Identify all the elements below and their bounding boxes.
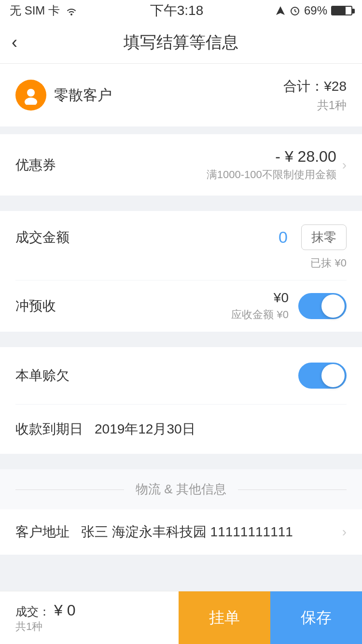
customer-total: 合计：¥28 共1种 — [283, 77, 347, 113]
credit-label: 本单赊欠 — [15, 366, 70, 385]
battery-icon — [331, 6, 352, 15]
credit-toggle[interactable] — [298, 363, 347, 389]
address-row[interactable]: 客户地址 张三 海淀永丰科技园 11111111111 › — [0, 509, 362, 555]
svg-line-2 — [295, 11, 296, 12]
battery-percent: 69% — [304, 4, 327, 17]
customer-row: 零散客户 合计：¥28 共1种 — [0, 64, 362, 126]
coupon-amount: - ¥ 28.00 — [207, 148, 336, 166]
credit-section: 本单赊欠 收款到期日 2019年12月30日 — [0, 347, 362, 454]
logistics-header: 物流 & 其他信息 — [0, 469, 362, 509]
prepayment-toggle[interactable] — [298, 293, 347, 319]
nav-bar: ‹ 填写结算等信息 — [0, 21, 362, 64]
hold-button[interactable]: 挂单 — [179, 591, 270, 644]
coupon-label: 优惠券 — [15, 156, 56, 174]
deal-amount-input[interactable] — [230, 228, 288, 247]
section-gap-1 — [0, 203, 362, 211]
save-button[interactable]: 保存 — [270, 591, 362, 644]
prepayment-row: 冲预收 ¥0 应收金额 ¥0 — [0, 280, 362, 332]
deal-amount-right: 抹零 — [230, 224, 347, 250]
customer-avatar — [15, 80, 46, 111]
content-area: 零散客户 合计：¥28 共1种 优惠券 - ¥ 28.00 满1000-100不… — [0, 64, 362, 644]
section-gap-3 — [0, 462, 362, 469]
deal-amount-row: 成交金额 抹零 — [0, 211, 362, 256]
svg-point-3 — [27, 89, 35, 97]
toggle-knob — [321, 294, 345, 318]
prepayment-values: ¥0 应收金额 ¥0 — [231, 290, 289, 322]
credit-row: 本单赊欠 — [0, 347, 362, 404]
bottom-deal-label: 成交： — [15, 604, 50, 619]
deal-amount-label: 成交金额 — [15, 228, 70, 247]
location-icon — [275, 5, 286, 16]
page-title: 填写结算等信息 — [124, 31, 238, 54]
wifi-icon — [65, 6, 78, 15]
bottom-summary: 成交： ¥ 0 共1种 — [0, 602, 179, 634]
status-right: 69% — [275, 4, 352, 17]
deal-amount-section: 成交金额 抹零 已抹 ¥0 冲预收 ¥0 应收金额 ¥0 — [0, 211, 362, 332]
status-bar: 无 SIM 卡 下午3:18 69% — [0, 0, 362, 21]
coupon-desc: 满1000-100不限制使用金额 — [207, 168, 336, 182]
section-gap-2 — [0, 339, 362, 347]
prepayment-label: 冲预收 — [15, 297, 56, 315]
status-time: 下午3:18 — [150, 1, 204, 20]
status-left: 无 SIM 卡 — [10, 3, 78, 18]
address-label: 客户地址 — [15, 523, 70, 541]
due-date-value: 2019年12月30日 — [95, 420, 195, 438]
customer-name: 零散客户 — [54, 85, 112, 105]
coupon-row[interactable]: 优惠券 - ¥ 28.00 满1000-100不限制使用金额 › — [0, 134, 362, 196]
coupon-right: - ¥ 28.00 满1000-100不限制使用金额 › — [207, 148, 347, 182]
customer-left: 零散客户 — [15, 80, 112, 111]
total-count: 共1种 — [283, 98, 347, 113]
already-rounded: 已抹 ¥0 — [0, 256, 362, 280]
prepayment-sub: 应收金额 ¥0 — [231, 308, 289, 322]
customer-section: 零散客户 合计：¥28 共1种 — [0, 64, 362, 126]
avatar-icon — [21, 85, 41, 105]
coupon-chevron-icon: › — [342, 157, 347, 173]
due-date-label: 收款到期日 — [15, 420, 83, 438]
address-section: 客户地址 张三 海淀永丰科技园 11111111111 › — [0, 509, 362, 555]
total-amount: 合计：¥28 — [283, 77, 347, 96]
address-chevron-icon: › — [342, 524, 347, 540]
address-value: 张三 海淀永丰科技园 11111111111 — [81, 523, 342, 541]
credit-toggle-knob — [321, 364, 345, 387]
prepayment-main: ¥0 — [231, 290, 289, 306]
svg-point-4 — [25, 98, 37, 105]
back-button[interactable]: ‹ — [12, 32, 17, 53]
round-zero-button[interactable]: 抹零 — [301, 224, 347, 250]
logistics-title: 物流 & 其他信息 — [124, 481, 238, 498]
coupon-section: 优惠券 - ¥ 28.00 满1000-100不限制使用金额 › — [0, 134, 362, 196]
bottom-bar: 成交： ¥ 0 共1种 挂单 保存 — [0, 591, 362, 644]
coupon-value: - ¥ 28.00 满1000-100不限制使用金额 — [207, 148, 336, 182]
bottom-deal-count: 共1种 — [15, 619, 163, 634]
bottom-deal-amount: ¥ 0 — [54, 602, 75, 619]
alarm-icon — [290, 5, 300, 16]
prepayment-right: ¥0 应收金额 ¥0 — [231, 290, 347, 322]
no-sim-text: 无 SIM 卡 — [10, 3, 60, 18]
due-date-row[interactable]: 收款到期日 2019年12月30日 — [0, 405, 362, 454]
